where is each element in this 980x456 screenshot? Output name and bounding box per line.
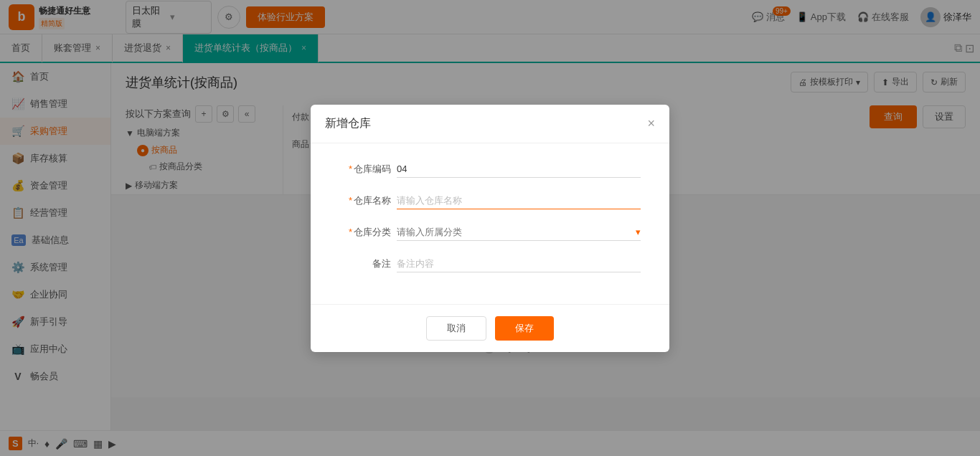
new-warehouse-dialog: 新增仓库 × *仓库编码 *仓库名称 *仓库分类 [311, 105, 669, 352]
required-star: * [349, 163, 352, 174]
category-chevron-icon: ▾ [636, 227, 641, 237]
dialog-header: 新增仓库 × [311, 105, 669, 143]
dialog-title: 新增仓库 [325, 116, 371, 131]
warehouse-category-row: *仓库分类 ▾ [339, 224, 641, 241]
warehouse-note-row: 备注 [339, 255, 641, 272]
warehouse-name-row: *仓库名称 [339, 192, 641, 209]
warehouse-category-select[interactable]: ▾ [397, 224, 641, 241]
save-button[interactable]: 保存 [495, 316, 554, 341]
warehouse-name-label: *仓库名称 [339, 194, 397, 207]
warehouse-name-input[interactable] [397, 192, 641, 209]
dialog-body: *仓库编码 *仓库名称 *仓库分类 ▾ [311, 143, 669, 304]
required-star-name: * [349, 195, 352, 206]
required-star-cat: * [349, 227, 352, 237]
cancel-button[interactable]: 取消 [426, 316, 486, 341]
dialog-footer: 取消 保存 [311, 304, 669, 352]
modal-overlay: 新增仓库 × *仓库编码 *仓库名称 *仓库分类 [0, 0, 980, 456]
warehouse-code-input[interactable] [397, 161, 641, 178]
dialog-close-button[interactable]: × [647, 116, 655, 131]
category-input[interactable] [397, 227, 636, 237]
warehouse-category-label: *仓库分类 [339, 226, 397, 239]
warehouse-note-label: 备注 [339, 257, 397, 270]
warehouse-note-input[interactable] [397, 255, 641, 272]
warehouse-code-row: *仓库编码 [339, 161, 641, 178]
warehouse-code-label: *仓库编码 [339, 163, 397, 176]
